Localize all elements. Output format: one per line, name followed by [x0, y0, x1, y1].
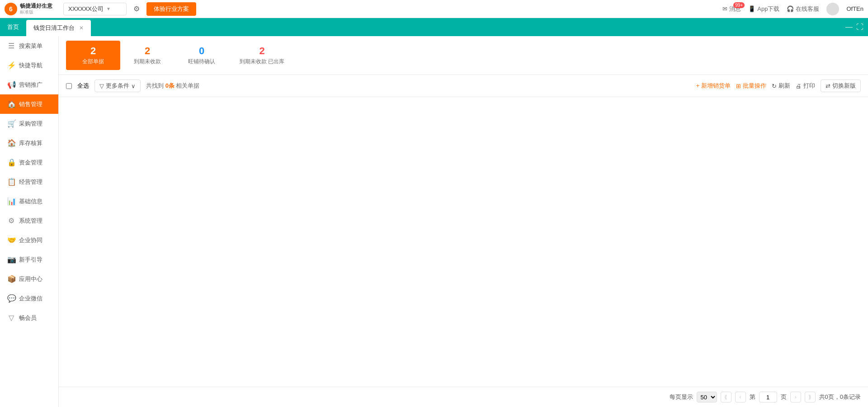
sidebar-item-search-menu[interactable]: ☰ 搜索菜单: [0, 36, 58, 56]
trial-button[interactable]: 体验行业方案: [146, 2, 196, 16]
tab-workbench-label: 钱货日清工作台: [33, 24, 75, 32]
phone-icon: 📱: [748, 5, 755, 12]
sidebar-item-inventory[interactable]: 🏠 库存核算: [0, 133, 58, 153]
switch-icon: ⇄: [826, 83, 830, 89]
sidebar-item-label: 企业协同: [19, 236, 42, 244]
sidebar-item-label: 系统管理: [19, 217, 42, 225]
sidebar-item-label: 快捷导航: [19, 61, 42, 70]
headset-icon: 🎧: [787, 5, 794, 12]
summary-card-all[interactable]: 2 全部单据: [66, 41, 120, 70]
logo-icon: 6: [5, 3, 17, 15]
expand-icon[interactable]: ⛶: [856, 23, 863, 31]
online-service-button[interactable]: 🎧 在线客服: [787, 5, 819, 13]
table-area: [59, 97, 868, 387]
card-overdue-number: 2: [131, 45, 164, 57]
avatar[interactable]: [826, 3, 839, 15]
logo-main: 畅捷通好生意: [20, 3, 52, 9]
last-page-button[interactable]: ⟫: [805, 392, 816, 402]
toolbar-right: + 新增销货单 ⊞ 批量操作 ↻ 刷新 🖨 打印 ⇄ 切换新版: [696, 80, 861, 92]
switch-label: 切换新版: [832, 82, 856, 90]
tab-workbench[interactable]: 钱货日清工作台 ✕: [26, 20, 91, 36]
new-order-button[interactable]: + 新增销货单: [696, 82, 731, 90]
refresh-label: 刷新: [778, 82, 790, 90]
sidebar-item-sales[interactable]: 🏠 销售管理: [0, 94, 58, 114]
card-wangpu-number: 0: [185, 45, 218, 57]
page-input[interactable]: [759, 392, 777, 402]
logo-text: 畅捷通好生意 标准版: [20, 3, 52, 14]
messages-badge: 99+: [733, 2, 745, 8]
quick-nav-icon: ⚡: [7, 61, 15, 70]
summary-card-shipped[interactable]: 2 到期未收款 已出库: [229, 41, 295, 70]
sidebar-item-label: 采购管理: [19, 120, 42, 128]
select-all-checkbox[interactable]: [66, 83, 72, 89]
sidebar-item-label: 营销推广: [19, 81, 42, 89]
sidebar-item-marketing[interactable]: 📢 营销推广: [0, 75, 58, 94]
tab-bar-actions: — ⛶: [845, 18, 868, 36]
settings-button[interactable]: ⚙: [130, 3, 143, 15]
prev-page-button[interactable]: ‹: [735, 392, 746, 402]
summary-cards: 2 全部单据 2 到期未收款 0 旺铺待确认 2 到期未收款 已出库: [59, 36, 868, 75]
refresh-button[interactable]: ↻ 刷新: [772, 82, 790, 90]
enterprise-icon: 🤝: [7, 236, 15, 244]
batch-operation-button[interactable]: ⊞ 批量操作: [736, 82, 766, 90]
card-all-label: 全部单据: [77, 58, 109, 65]
sidebar-item-quick-nav[interactable]: ⚡ 快捷导航: [0, 56, 58, 75]
summary-card-wangpu[interactable]: 0 旺铺待确认: [175, 41, 229, 70]
sidebar-item-enterprise[interactable]: 🤝 企业协同: [0, 230, 58, 250]
print-button[interactable]: 🖨 打印: [796, 82, 815, 90]
sidebar-item-label: 基础信息: [19, 197, 42, 206]
chevron-down-icon: ∨: [131, 83, 136, 89]
sidebar-item-label: 库存核算: [19, 139, 42, 147]
basic-info-icon: 📊: [7, 197, 15, 206]
sidebar-item-finance[interactable]: 🔒 资金管理: [0, 153, 58, 172]
card-wangpu-label: 旺铺待确认: [185, 58, 218, 65]
chevron-down-icon: ▼: [106, 6, 111, 11]
pagination: 每页显示 50 ⟪ ‹ 第 页 › ⟫ 共0页，0条记录: [59, 387, 868, 407]
sidebar-item-weixin[interactable]: 💬 企业微信: [0, 289, 58, 308]
sidebar-item-label: 企业微信: [19, 295, 42, 303]
logo-sub: 标准版: [20, 9, 52, 15]
minimize-icon[interactable]: —: [845, 23, 853, 31]
sales-icon: 🏠: [7, 100, 15, 108]
gear-icon: ⚙: [133, 5, 140, 13]
finance-icon: 🔒: [7, 158, 15, 167]
batch-label: 批量操作: [743, 82, 766, 90]
first-page-button[interactable]: ⟪: [721, 392, 731, 402]
system-icon: ⚙: [7, 216, 15, 225]
card-shipped-label: 到期未收款 已出库: [240, 58, 284, 65]
found-suffix: 相关单据: [176, 82, 199, 89]
sidebar-item-label: 销售管理: [19, 100, 42, 108]
page-suffix: 页: [781, 393, 787, 401]
filter-button[interactable]: ▽ 更多条件 ∨: [94, 80, 141, 92]
messages-button[interactable]: ✉ 消息 99+: [722, 5, 741, 13]
filter-icon: ▽: [99, 83, 104, 89]
main-layout: ☰ 搜索菜单 ⚡ 快捷导航 📢 营销推广 🏠 销售管理 🛒 采购管理 🏠 库存核…: [0, 36, 868, 407]
batch-icon: ⊞: [736, 83, 741, 89]
close-icon[interactable]: ✕: [79, 25, 84, 31]
sidebar-item-label: 新手引导: [19, 256, 42, 264]
purchase-icon: 🛒: [7, 119, 15, 128]
sidebar-item-member[interactable]: ▽ 畅会员: [0, 308, 58, 327]
per-page-select[interactable]: 50: [697, 392, 717, 402]
sidebar-item-newbie[interactable]: 📷 新手引导: [0, 250, 58, 269]
app-download-button[interactable]: 📱 App下载: [748, 5, 779, 13]
sidebar-item-app-center[interactable]: 📦 应用中心: [0, 269, 58, 289]
next-page-button[interactable]: ›: [790, 392, 801, 402]
summary-card-overdue[interactable]: 2 到期未收款: [120, 41, 175, 70]
sidebar-item-purchase[interactable]: 🛒 采购管理: [0, 114, 58, 133]
sidebar-item-label: 资金管理: [19, 159, 42, 167]
switch-version-button[interactable]: ⇄ 切换新版: [821, 80, 861, 92]
company-selector[interactable]: XXXXXX公司 ▼: [63, 3, 127, 15]
content-area: 2 全部单据 2 到期未收款 0 旺铺待确认 2 到期未收款 已出库 全选 ▽ …: [59, 36, 868, 407]
header-right: ✉ 消息 99+ 📱 App下载 🎧 在线客服 OfTEn: [722, 3, 863, 15]
sidebar-item-system[interactable]: ⚙ 系统管理: [0, 211, 58, 230]
sidebar-item-label: 经营管理: [19, 178, 42, 186]
card-overdue-label: 到期未收款: [131, 58, 164, 65]
sidebar: ☰ 搜索菜单 ⚡ 快捷导航 📢 营销推广 🏠 销售管理 🛒 采购管理 🏠 库存核…: [0, 36, 59, 407]
tab-home[interactable]: 首页: [0, 18, 26, 36]
filter-label: 更多条件: [106, 82, 129, 90]
print-icon: 🖨: [796, 83, 802, 89]
sidebar-item-operations[interactable]: 📋 经营管理: [0, 172, 58, 192]
select-all-label: 全选: [77, 82, 89, 90]
sidebar-item-basic-info[interactable]: 📊 基础信息: [0, 192, 58, 211]
